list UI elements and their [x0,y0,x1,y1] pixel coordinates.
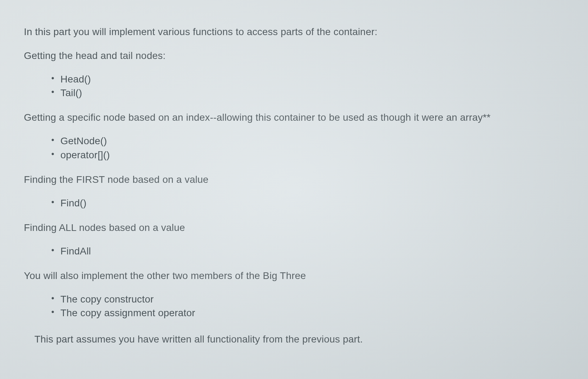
list-item: The copy constructor [51,292,567,306]
list-head-tail: Head() Tail() [51,72,567,100]
section-heading-find-first: Finding the FIRST node based on a value [24,172,567,187]
list-find-first: Find() [51,196,567,210]
intro-paragraph: In this part you will implement various … [24,25,567,39]
list-item: operator[]() [51,148,567,162]
list-item: Tail() [51,86,567,100]
list-find-all: FindAll [51,244,567,258]
section-heading-big-three: You will also implement the other two me… [24,268,567,283]
list-index: GetNode() operator[]() [51,134,567,161]
list-item: The copy assignment operator [51,306,567,320]
closing-paragraph: This part assumes you have written all f… [34,332,567,347]
section-heading-index: Getting a specific node based on an inde… [24,110,567,125]
list-big-three: The copy constructor The copy assignment… [51,292,567,320]
section-heading-head-tail: Getting the head and tail nodes: [24,48,567,63]
list-item: FindAll [51,244,567,258]
list-item: GetNode() [51,134,567,148]
section-heading-find-all: Finding ALL nodes based on a value [24,220,567,235]
list-item: Find() [51,196,567,210]
list-item: Head() [51,72,567,86]
